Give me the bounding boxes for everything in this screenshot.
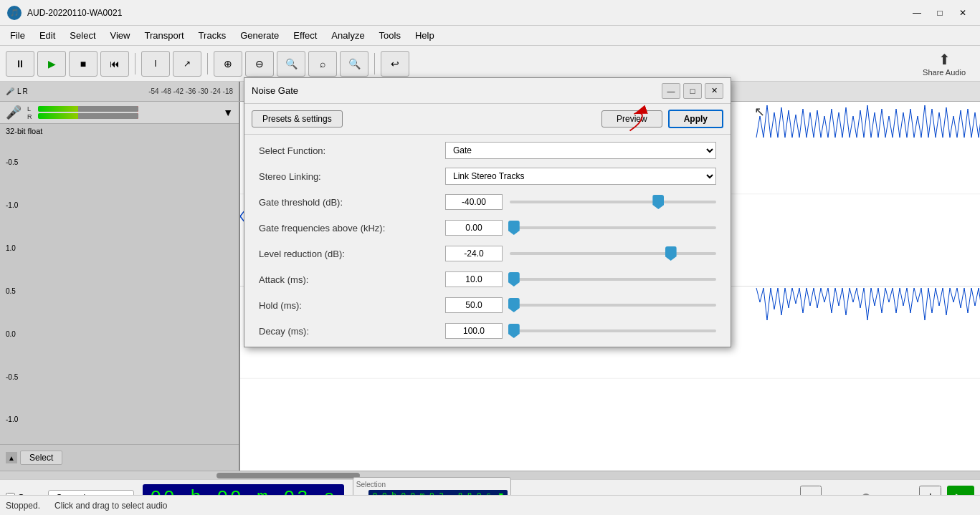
param-row-level: Level reduction (dB): (259, 245, 716, 262)
y-label-05: 0.5 (6, 287, 233, 295)
window-controls: — □ ✕ (907, 6, 973, 20)
title-text: AUD-20220110-WA0021 (27, 8, 907, 18)
hold-slider-track (510, 304, 716, 307)
decay-slider[interactable] (510, 322, 716, 340)
dialog-minimize-button[interactable]: — (662, 83, 680, 99)
menu-analyze[interactable]: Analyze (324, 27, 371, 44)
select-container: ▲ Select (0, 444, 239, 471)
attack-value[interactable] (445, 271, 503, 287)
menu-bar: File Edit Select View Transport Tracks G… (0, 26, 980, 46)
level-slider[interactable] (510, 245, 716, 262)
scrollbar-thumb[interactable] (217, 473, 360, 478)
select-function-dropdown[interactable]: Gate Compressor (445, 142, 716, 159)
menu-effect[interactable]: Effect (286, 27, 324, 44)
dialog-maximize-button[interactable]: □ (683, 83, 702, 99)
share-audio-label: Share Audio (923, 68, 966, 77)
hold-value[interactable] (445, 297, 503, 313)
pause-button[interactable]: ⏸ (6, 51, 34, 77)
dialog-body: Select Function: Gate Compressor Stereo … (244, 135, 731, 347)
threshold-slider[interactable] (510, 193, 716, 211)
bit-depth-label: 32-bit float (0, 124, 239, 138)
vu-triangle[interactable]: ▼ (223, 107, 233, 118)
decay-value[interactable] (445, 323, 503, 339)
menu-tracks[interactable]: Tracks (191, 27, 234, 44)
dialog-titlebar: Noise Gate — □ ✕ (244, 78, 731, 104)
dialog-close-button[interactable]: ✕ (705, 83, 723, 99)
param-label-decay: Decay (ms): (259, 326, 438, 337)
play-button[interactable]: ▶ (37, 51, 66, 77)
freq-value[interactable] (445, 220, 503, 236)
menu-generate[interactable]: Generate (233, 27, 286, 44)
menu-transport[interactable]: Transport (137, 27, 191, 44)
menu-tools[interactable]: Tools (372, 27, 408, 44)
hold-slider-thumb[interactable] (508, 298, 520, 312)
param-row-stereo: Stereo Linking: Link Stereo Tracks No Li… (259, 168, 716, 185)
bit-depth-text: 32-bit float (6, 127, 42, 135)
threshold-slider-thumb[interactable] (652, 195, 664, 209)
track-info-panel: 🎤 L R ▼ 32-bit float -0.5 - (0, 102, 240, 471)
undo[interactable]: ↩ (381, 51, 409, 77)
dialog-title: Noise Gate (252, 85, 298, 96)
zoom-fit[interactable]: 🔍 (277, 51, 305, 77)
y-label-neg10: -1.0 (6, 201, 233, 209)
param-label-level: Level reduction (dB): (259, 249, 438, 259)
menu-file[interactable]: File (3, 27, 32, 44)
noise-gate-dialog: Noise Gate — □ ✕ Presets & settings Prev… (244, 77, 731, 347)
level-slider-track (510, 252, 716, 255)
vu-meter-controls: 🎤 L R ▼ (0, 102, 239, 124)
app-icon: 🎵 (7, 6, 22, 20)
attack-slider[interactable] (510, 271, 716, 288)
toolbar: ⏸ ▶ ■ ⏮ I ↗ ⊕ ⊖ 🔍 ⌕ 🔍 ↩ ⬆ Share Audio (0, 46, 980, 82)
mic-button[interactable]: 🎤 (6, 105, 22, 120)
collapse-button[interactable]: ▲ (6, 452, 17, 463)
hold-slider[interactable] (510, 297, 716, 314)
tool-cursor[interactable]: I (141, 51, 170, 77)
zoom-all[interactable]: ⌕ (308, 51, 337, 77)
level-value[interactable] (445, 246, 503, 261)
param-label-stereo: Stereo Linking: (259, 171, 438, 182)
vu-bar-left (38, 106, 138, 112)
status-bar: Stopped. Click and drag to select audio (0, 495, 980, 515)
preview-button[interactable]: Preview (601, 110, 662, 127)
presets-settings-button[interactable]: Presets & settings (252, 110, 343, 127)
share-audio-button[interactable]: ⬆ Share Audio (914, 48, 974, 80)
attack-slider-thumb[interactable] (508, 272, 520, 287)
freq-slider[interactable] (510, 219, 716, 236)
zoom-in[interactable]: ⊕ (214, 51, 242, 77)
param-row-function: Select Function: Gate Compressor (259, 142, 716, 159)
selection-label-text: Selection (356, 481, 508, 488)
freq-slider-track (510, 226, 716, 229)
menu-help[interactable]: Help (408, 27, 442, 44)
app: 🎵 AUD-20220110-WA0021 — □ ✕ File Edit Se… (0, 0, 980, 515)
threshold-value[interactable] (445, 194, 503, 210)
minimize-button[interactable]: — (907, 6, 927, 20)
stereo-linking-dropdown[interactable]: Link Stereo Tracks No Linking (445, 168, 716, 185)
param-label-function: Select Function: (259, 145, 438, 156)
menu-select[interactable]: Select (62, 27, 103, 44)
menu-view[interactable]: View (103, 27, 138, 44)
dialog-toolbar: Presets & settings Preview Apply (244, 104, 731, 135)
apply-button[interactable]: Apply (668, 110, 723, 128)
decay-slider-thumb[interactable] (508, 324, 520, 338)
stop-button[interactable]: ■ (69, 51, 97, 77)
menu-edit[interactable]: Edit (32, 27, 62, 44)
param-row-decay: Decay (ms): (259, 322, 716, 340)
maximize-button[interactable]: □ (930, 6, 950, 20)
hint-text: Click and drag to select audio (54, 501, 167, 511)
param-label-threshold: Gate threshold (dB): (259, 197, 438, 208)
freq-slider-thumb[interactable] (508, 221, 520, 235)
track-ruler-left: 🎤 L R -54 -48 -42 -36 -30 -24 -18 (0, 82, 240, 101)
param-row-hold: Hold (ms): (259, 297, 716, 314)
close-button[interactable]: ✕ (953, 6, 973, 20)
title-bar: 🎵 AUD-20220110-WA0021 — □ ✕ (0, 0, 980, 26)
param-label-freq: Gate frequencies above (kHz): (259, 223, 438, 234)
vu-bar-right (38, 113, 138, 119)
param-label-attack: Attack (ms): (259, 274, 438, 285)
zoom-full[interactable]: 🔍 (340, 51, 368, 77)
level-slider-thumb[interactable] (665, 246, 677, 261)
share-audio-icon: ⬆ (938, 51, 951, 68)
select-button[interactable]: Select (20, 451, 62, 465)
skip-back-button[interactable]: ⏮ (100, 51, 129, 77)
zoom-out[interactable]: ⊖ (245, 51, 274, 77)
tool-select[interactable]: ↗ (173, 51, 201, 77)
